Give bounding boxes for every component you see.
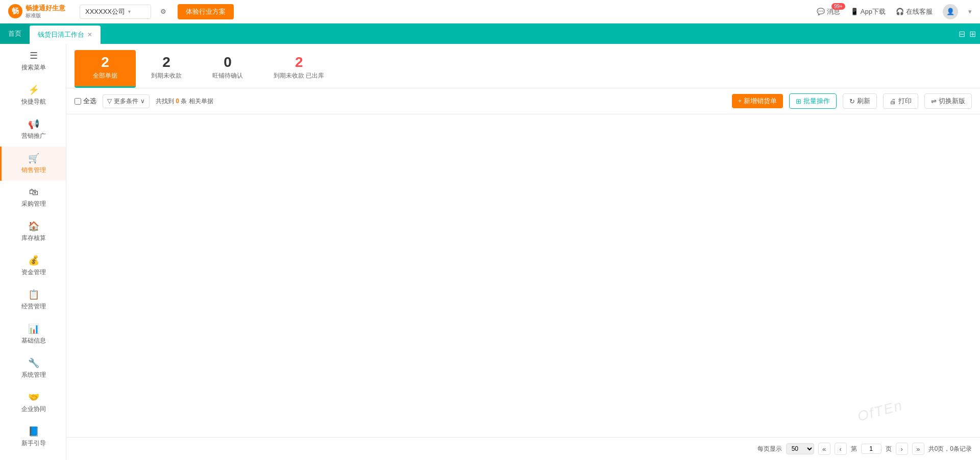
sidebar-label-search-menu: 搜索菜单 <box>21 63 46 72</box>
stat-tab-pending[interactable]: 0 旺铺待确认 <box>197 50 258 88</box>
page-label-post: 页 <box>886 445 892 453</box>
prev-page-button[interactable]: ‹ <box>835 443 847 455</box>
user-extra[interactable]: ▾ <box>968 8 972 15</box>
header-right: 💬 消息 99+ 📱 App下载 🎧 在线客服 👤 ▾ <box>817 4 972 19</box>
tab-cashflow[interactable]: 钱货日清工作台 ✕ <box>30 26 101 44</box>
stat-tab-overdue-shipped[interactable]: 2 到期未收款 已出库 <box>258 50 339 88</box>
app-download-label: App下载 <box>861 7 886 16</box>
logo-icon: 畅 <box>8 4 22 18</box>
avatar-icon: 👤 <box>946 8 954 15</box>
select-all-label: 全选 <box>83 96 96 106</box>
found-count: 0 <box>176 98 179 105</box>
sidebar-label-marketing: 营销推广 <box>21 132 46 140</box>
app-download-item[interactable]: 📱 App下载 <box>850 7 886 16</box>
quick-nav-icon: ⚡ <box>28 84 39 95</box>
nav-tabs-right: ⊟ ⊞ <box>959 29 980 39</box>
stat-num-pending: 0 <box>224 54 232 70</box>
chevron-down-icon-user: ▾ <box>968 8 972 15</box>
sidebar-item-finance[interactable]: 💰 资金管理 <box>0 249 66 283</box>
operation-icon: 📋 <box>28 289 39 300</box>
more-filters-button[interactable]: ▽ 更多条件 ∨ <box>103 94 150 108</box>
sidebar-item-inventory[interactable]: 🏠 库存核算 <box>0 214 66 249</box>
sidebar-item-system[interactable]: 🔧 系统管理 <box>0 351 66 385</box>
user-avatar[interactable]: 👤 <box>943 4 958 19</box>
logo-sub: 标准版 <box>26 12 65 19</box>
page-size-select[interactable]: 10 20 50 100 <box>786 443 814 454</box>
service-icon: 🎧 <box>896 8 904 15</box>
company-selector[interactable]: XXXXXX公司 ▾ <box>80 5 151 19</box>
select-all-container: 全选 <box>75 96 96 106</box>
tab-expand-icon[interactable]: ⊞ <box>969 29 976 39</box>
batch-icon: ⊞ <box>796 98 801 105</box>
batch-operation-button[interactable]: ⊞ 批量操作 <box>789 93 837 109</box>
filter-icon: ▽ <box>107 98 112 105</box>
stat-label-all: 全部单据 <box>93 71 117 80</box>
toolbar: 全选 ▽ 更多条件 ∨ 共找到 0 条 相关单据 + 新增销货单 ⊞ 批量操作 … <box>66 88 980 114</box>
sidebar-label-system: 系统管理 <box>21 371 46 379</box>
sidebar-label-purchase: 采购管理 <box>21 200 46 208</box>
main-layout: ☰ 搜索菜单 ⚡ 快捷导航 📢 营销推广 🛒 销售管理 🛍 采购管理 🏠 库存核… <box>0 44 980 460</box>
tab-minimize-icon[interactable]: ⊟ <box>959 29 965 39</box>
stat-num-overdue-shipped: 2 <box>295 54 303 70</box>
purchase-icon: 🛍 <box>29 187 38 198</box>
sidebar-label-guide: 新手引导 <box>21 439 46 448</box>
refresh-button[interactable]: ↻ 刷新 <box>843 93 877 109</box>
sidebar-item-purchase[interactable]: 🛍 采购管理 <box>0 181 66 214</box>
sidebar-item-cooperation[interactable]: 🤝 企业协同 <box>0 385 66 420</box>
filter-btn-label: 更多条件 <box>114 97 138 106</box>
sidebar-label-sales: 销售管理 <box>21 166 46 175</box>
marketing-icon: 📢 <box>28 118 39 130</box>
tab-cashflow-label: 钱货日清工作台 <box>38 30 84 39</box>
online-service-label: 在线客服 <box>906 7 933 16</box>
next-page-button[interactable]: › <box>896 443 908 455</box>
select-all-checkbox[interactable] <box>75 98 81 105</box>
refresh-icon: ↻ <box>849 98 855 105</box>
table-area <box>66 114 980 437</box>
current-page-input[interactable] <box>861 444 881 454</box>
stat-tab-overdue[interactable]: 2 到期未收款 <box>136 50 197 88</box>
system-icon: 🔧 <box>28 357 39 369</box>
sidebar-label-quick-nav: 快捷导航 <box>21 98 46 106</box>
tab-cashflow-close[interactable]: ✕ <box>87 31 92 38</box>
stat-num-all: 2 <box>101 54 109 70</box>
tab-home[interactable]: 首页 <box>0 23 30 44</box>
switch-icon: ⇌ <box>931 98 937 105</box>
sidebar-label-finance: 资金管理 <box>21 268 46 277</box>
trial-button[interactable]: 体验行业方案 <box>178 4 234 19</box>
chevron-down-icon: ▾ <box>128 9 131 14</box>
messages-item[interactable]: 💬 消息 99+ <box>817 7 840 16</box>
search-menu-icon: ☰ <box>30 50 38 61</box>
finance-icon: 💰 <box>28 255 39 266</box>
messages-badge: 99+ <box>831 3 845 10</box>
sales-icon: 🛒 <box>28 153 39 164</box>
stat-label-overdue: 到期未收款 <box>151 71 182 80</box>
total-records: 共0页，0条记录 <box>928 445 972 453</box>
online-service-item[interactable]: 🎧 在线客服 <box>896 7 933 16</box>
stats-tabs: 2 全部单据 2 到期未收款 0 旺铺待确认 2 到期未收款 已出库 <box>66 44 980 88</box>
settings-button[interactable]: ⚙ <box>155 4 172 20</box>
content-area: 2 全部单据 2 到期未收款 0 旺铺待确认 2 到期未收款 已出库 全选 <box>66 44 980 460</box>
found-text: 共找到 0 条 相关单据 <box>156 97 213 106</box>
sidebar: ☰ 搜索菜单 ⚡ 快捷导航 📢 营销推广 🛒 销售管理 🛍 采购管理 🏠 库存核… <box>0 44 66 460</box>
sidebar-item-operation[interactable]: 📋 经营管理 <box>0 283 66 317</box>
sidebar-label-cooperation: 企业协同 <box>21 405 46 414</box>
sidebar-item-search-menu[interactable]: ☰ 搜索菜单 <box>0 44 66 78</box>
stat-label-pending: 旺铺待确认 <box>212 71 243 80</box>
switch-version-button[interactable]: ⇌ 切换新版 <box>924 93 972 109</box>
sidebar-item-app-center[interactable]: 📦 应用中心 <box>0 454 66 460</box>
sidebar-item-quick-nav[interactable]: ⚡ 快捷导航 <box>0 78 66 112</box>
page-size-label: 每页显示 <box>757 445 782 453</box>
sidebar-item-marketing[interactable]: 📢 营销推广 <box>0 112 66 147</box>
cooperation-icon: 🤝 <box>28 392 39 403</box>
sidebar-label-inventory: 库存核算 <box>21 234 46 243</box>
print-button[interactable]: 🖨 打印 <box>883 93 918 109</box>
page-label-pre: 第 <box>851 445 857 453</box>
sidebar-item-sales[interactable]: 🛒 销售管理 <box>0 147 66 181</box>
sidebar-item-guide[interactable]: 📘 新手引导 <box>0 420 66 454</box>
first-page-button[interactable]: « <box>818 443 830 455</box>
add-sales-order-button[interactable]: + 新增销货单 <box>732 94 783 108</box>
stat-tab-all[interactable]: 2 全部单据 <box>75 50 136 88</box>
sidebar-item-base[interactable]: 📊 基础信息 <box>0 317 66 351</box>
guide-icon: 📘 <box>28 426 39 437</box>
last-page-button[interactable]: » <box>912 443 924 455</box>
